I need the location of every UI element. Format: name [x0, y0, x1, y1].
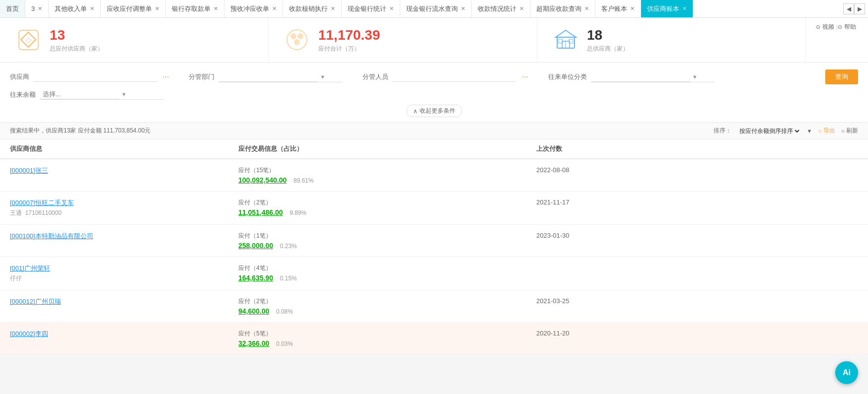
- close-icon[interactable]: ✕: [389, 5, 394, 12]
- transaction-info-6: 应付（5笔） 32,366.00 0.03%: [238, 329, 536, 347]
- close-icon[interactable]: ✕: [630, 5, 635, 12]
- chevron-down-icon4: ▼: [807, 128, 812, 134]
- chevron-down-icon[interactable]: ▼: [320, 74, 325, 80]
- balance-input[interactable]: [40, 89, 119, 99]
- nav-tab-home[interactable]: 首页: [0, 0, 25, 18]
- stat-total-suppliers: 18 总供应商（家）: [537, 18, 806, 62]
- nav-tab-receipt-verify[interactable]: 收款核销执行 ✕: [283, 0, 342, 18]
- supplier-link-6[interactable]: [000002]李四: [10, 329, 238, 338]
- last-pay-date-6: 2020-11-20: [536, 329, 570, 337]
- nav-tab-3[interactable]: 3 ✕: [25, 0, 49, 18]
- help-link[interactable]: 帮助: [844, 23, 856, 31]
- nav-tab-supplier-ledger[interactable]: 供应商账本 ✕: [641, 0, 693, 18]
- nav-tab-ar-ap[interactable]: 应收应付调整单 ✕: [101, 0, 166, 18]
- nav-tab-receipt-stat[interactable]: 收款情况统计 ✕: [472, 0, 530, 18]
- person-input[interactable]: [392, 72, 516, 82]
- table-row: [000007]恒旺二手叉车 王通 17106110000 应付（2笔） 11,…: [0, 192, 868, 225]
- supplier-link-3[interactable]: [000100]本特勤油品有限公司: [10, 232, 238, 241]
- supplier-link-4[interactable]: [001]广州荣轩: [10, 264, 238, 273]
- circle-icon2: ⊙: [838, 24, 842, 30]
- close-icon[interactable]: ✕: [461, 5, 465, 12]
- person-dots-icon[interactable]: ···: [521, 72, 528, 81]
- stat-ap-amount-content: 11,170.39 应付合计（万）: [318, 27, 380, 53]
- supplier-info-4: [001]广州荣轩 仔仔: [10, 264, 238, 283]
- close-icon[interactable]: ✕: [331, 5, 335, 12]
- last-pay-1: 2022-08-08: [536, 166, 858, 174]
- filter-area: 供应商 ··· 分管部门 ▼ 分管人员 ··· 往来单位分类 ▼ 查询: [0, 63, 868, 123]
- supplier-link-5[interactable]: [000012]广州贝瑞: [10, 297, 238, 306]
- nav-tab-receipt-stat-label: 收款情况统计: [478, 4, 516, 13]
- nav-tab-other-income-label: 其他收入单: [55, 4, 87, 13]
- main-table: 供应商信息 应付交易信息（占比） 上次付数 [000001]张三 应付（15笔）…: [0, 139, 868, 355]
- transaction-amount-1[interactable]: 100,092,540.00: [238, 176, 287, 184]
- collapse-button[interactable]: ∧ 收起更多条件: [407, 105, 462, 117]
- refresh-button[interactable]: ○ 刷新: [841, 127, 858, 135]
- balance-label: 往来余额: [10, 90, 36, 99]
- search-button[interactable]: 查询: [825, 69, 858, 84]
- supplier-link-1[interactable]: [000001]张三: [10, 166, 238, 175]
- close-icon[interactable]: ✕: [214, 5, 218, 12]
- stat-total-suppliers-number: 18: [587, 27, 629, 44]
- supplier-label: 供应商: [10, 72, 29, 81]
- last-pay-3: 2023-01-30: [536, 232, 858, 239]
- filter-category: 往来单位分类 ▼: [548, 72, 715, 82]
- close-icon[interactable]: ✕: [90, 5, 94, 12]
- transaction-percent-1: 89.61%: [293, 177, 314, 184]
- close-icon[interactable]: ✕: [682, 5, 687, 12]
- collapse-row: ∧ 收起更多条件: [10, 105, 858, 117]
- transaction-amount-3[interactable]: 258,000.00: [238, 242, 273, 250]
- table-row: [000001]张三 应付（15笔） 100,092,540.00 89.61%…: [0, 159, 868, 192]
- last-pay-date-5: 2021-03-25: [536, 297, 570, 305]
- stat-ap-amount-label: 应付合计（万）: [318, 45, 380, 53]
- last-pay-date-3: 2023-01-30: [536, 232, 570, 239]
- nav-prev-button[interactable]: ◀: [843, 3, 854, 14]
- nav-tab-bank[interactable]: 银行存取款单 ✕: [166, 0, 224, 18]
- transaction-amount-5[interactable]: 94,600.00: [238, 307, 269, 315]
- nav-tab-customer-ledger[interactable]: 客户账本 ✕: [595, 0, 641, 18]
- nav-tab-other-income[interactable]: 其他收入单 ✕: [49, 0, 101, 18]
- transaction-amount-4[interactable]: 164,635.90: [238, 274, 273, 282]
- transaction-amount-6[interactable]: 32,366.00: [238, 339, 269, 347]
- table-row: [000002]李四 应付（5笔） 32,366.00 0.03% 2020-1…: [0, 323, 868, 355]
- nav-tab-customer-ledger-label: 客户账本: [601, 4, 627, 13]
- last-pay-2: 2021-11-17: [536, 198, 858, 206]
- result-summary: 搜索结果中，供应商13家 应付金额 111,703,854.00元: [10, 127, 150, 135]
- video-link[interactable]: 视频: [822, 23, 834, 31]
- close-icon[interactable]: ✕: [519, 5, 524, 12]
- transaction-amount-2[interactable]: 11,051,486.00: [238, 208, 283, 216]
- transaction-label-1: 应付（15笔）: [238, 166, 536, 175]
- nav-tab-3-close[interactable]: ✕: [38, 5, 42, 12]
- svg-marker-8: [556, 30, 576, 37]
- nav-tab-prepay[interactable]: 预收冲应收单 ✕: [224, 0, 283, 18]
- close-icon[interactable]: ✕: [584, 5, 589, 12]
- supplier-info-5: [000012]广州贝瑞: [10, 297, 238, 306]
- supplier-input[interactable]: [33, 72, 157, 82]
- supplier-info-2: [000007]恒旺二手叉车 王通 17106110000: [10, 198, 238, 217]
- export-button[interactable]: ○ 导出: [818, 127, 835, 135]
- filter-row-2: 往来余额 ▼: [10, 89, 858, 100]
- close-icon[interactable]: ✕: [155, 5, 159, 12]
- close-icon[interactable]: ✕: [272, 5, 277, 12]
- transaction-percent-3: 0.23%: [280, 243, 297, 250]
- nav-tab-overdue[interactable]: 超期应收款查询 ✕: [530, 0, 595, 18]
- sort-select[interactable]: 按应付余额倒序排序: [737, 127, 801, 135]
- transaction-percent-4: 0.15%: [280, 275, 297, 282]
- nav-tab-supplier-ledger-label: 供应商账本: [647, 4, 679, 13]
- person-label: 分管人员: [362, 72, 388, 81]
- supplier-link-2[interactable]: [000007]恒旺二手叉车: [10, 198, 238, 207]
- svg-point-4: [290, 33, 296, 39]
- category-input[interactable]: [591, 72, 690, 82]
- sort-label: 排序：: [714, 127, 731, 135]
- stat-ap-suppliers-content: 13 总应付供应商（家）: [50, 27, 103, 53]
- transaction-percent-6: 0.03%: [276, 340, 293, 347]
- supplier-dots-icon[interactable]: ···: [162, 72, 169, 81]
- col-header-supplier: 供应商信息: [10, 144, 238, 153]
- top-right-links: ⊙ 视频 | ⊙ 帮助: [806, 18, 868, 31]
- department-input[interactable]: [218, 72, 318, 82]
- nav-next-button[interactable]: ▶: [854, 3, 865, 14]
- nav-tab-cash-bank[interactable]: 现金银行统计 ✕: [342, 0, 400, 18]
- transaction-label-4: 应付（4笔）: [238, 264, 536, 272]
- chevron-down-icon3[interactable]: ▼: [121, 91, 127, 97]
- chevron-down-icon2[interactable]: ▼: [692, 74, 698, 80]
- nav-tab-cash-flow[interactable]: 现金银行流水查询 ✕: [400, 0, 472, 18]
